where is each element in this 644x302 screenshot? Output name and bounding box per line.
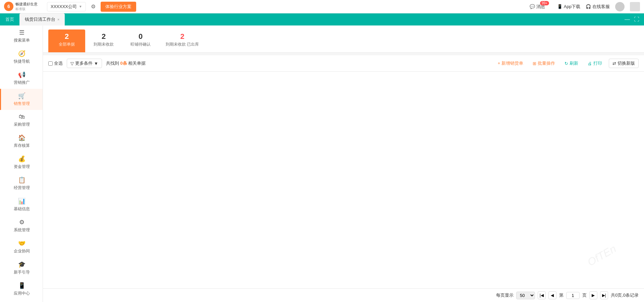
main-layout: ☰ 搜索菜单 🧭 快捷导航 📢 营销推广 🛒 销售管理 🛍 采购管理 🏠 库存核… <box>0 25 644 302</box>
sidebar-item-label: 系统管理 <box>14 227 30 233</box>
logo-sub: 标准版 <box>15 7 38 11</box>
sidebar-item-guide[interactable]: 🎓 新手引导 <box>0 257 43 279</box>
filter-icon: ▽ <box>70 61 74 66</box>
stat-tab-shipped[interactable]: 2 到期未收款 已出库 <box>159 29 206 52</box>
toolbar: 全选 ▽ 更多条件 ▼ 共找到 0条 相关单据 + 新增销货单 ⊞ 批量操作 ↻ <box>43 55 644 72</box>
total-label: 共0页,0条记录 <box>611 292 639 298</box>
stat-tab-overdue[interactable]: 2 到期未收款 <box>85 29 122 52</box>
top-bar: 6 畅捷通好生意 标准版 XXXXXX公司 ▼ ⚙ 体验行业方案 💬 消息 99… <box>0 0 644 13</box>
sidebar: ☰ 搜索菜单 🧭 快捷导航 📢 营销推广 🛒 销售管理 🛍 采购管理 🏠 库存核… <box>0 25 43 302</box>
quicknav-icon: 🧭 <box>18 50 25 57</box>
app-download-item[interactable]: 📱 App下载 <box>557 4 580 10</box>
sidebar-item-label: 采购管理 <box>14 122 30 127</box>
pagination-bar: 每页显示 50 100 200 |◀ ◀ 第 页 ▶ ▶| 共0页,0条记录 <box>43 288 644 302</box>
sidebar-item-quicknav[interactable]: 🧭 快捷导航 <box>0 47 43 68</box>
sidebar-item-operations[interactable]: 📋 经营管理 <box>0 173 43 194</box>
online-service-label: 在线客服 <box>592 4 610 10</box>
sidebar-item-appcenter[interactable]: 📱 应用中心 <box>0 279 43 300</box>
window-minimize-button[interactable]: — <box>623 15 632 24</box>
next-page-button[interactable]: ▶ <box>589 291 597 299</box>
sidebar-item-label: 企业协同 <box>14 248 30 254</box>
sidebar-item-purchase[interactable]: 🛍 采购管理 <box>0 110 43 131</box>
sidebar-item-finance[interactable]: 💰 资金管理 <box>0 152 43 173</box>
filter-label: 更多条件 <box>75 60 93 66</box>
logo-icon: 6 <box>4 2 13 11</box>
stat-all-label: 全部单据 <box>55 42 78 47</box>
message-item[interactable]: 💬 消息 99+ <box>530 4 545 10</box>
tab-close-icon[interactable]: × <box>57 17 59 21</box>
avatar[interactable] <box>615 2 625 11</box>
basicinfo-icon: 📊 <box>18 197 25 205</box>
sidebar-item-system[interactable]: ⚙ 系统管理 <box>0 215 43 236</box>
refresh-icon: ↻ <box>565 61 568 66</box>
headset-icon: 🎧 <box>586 4 591 9</box>
sidebar-item-basicinfo[interactable]: 📊 基础信息 <box>0 194 43 215</box>
sidebar-item-label: 基础信息 <box>14 206 30 212</box>
filter-button[interactable]: ▽ 更多条件 ▼ <box>67 59 102 68</box>
sidebar-item-label: 新手引导 <box>14 269 30 275</box>
stat-shipped-number: 2 <box>166 32 199 41</box>
enterprise-icon: 🤝 <box>18 240 25 247</box>
app-download-icon: 📱 <box>557 4 562 9</box>
tab-home[interactable]: 首页 <box>0 13 19 25</box>
select-all-label: 全选 <box>54 60 63 66</box>
prev-page-button[interactable]: ◀ <box>548 291 556 299</box>
message-icon: 💬 <box>530 4 535 9</box>
trial-button[interactable]: 体验行业方案 <box>101 2 136 12</box>
sidebar-item-wechat[interactable]: 💬 企业微信 <box>0 300 43 302</box>
stat-wangpu-label: 旺铺待确认 <box>129 42 152 47</box>
refresh-button[interactable]: ↻ 刷新 <box>562 59 581 68</box>
sidebar-item-enterprise[interactable]: 🤝 企业协同 <box>0 236 43 257</box>
sidebar-item-search[interactable]: ☰ 搜索菜单 <box>0 25 43 47</box>
search-menu-icon: ☰ <box>19 29 24 36</box>
top-right-area: 💬 消息 99+ 📱 App下载 🎧 在线客服 <box>530 2 640 11</box>
logo-text: 畅捷通好生意 <box>15 2 38 6</box>
appcenter-icon: 📱 <box>18 282 25 289</box>
company-select[interactable]: XXXXXX公司 ▼ <box>47 2 86 11</box>
sidebar-item-marketing[interactable]: 📢 营销推广 <box>0 68 43 89</box>
app-download-label: App下载 <box>564 4 580 10</box>
stat-tab-wangpu[interactable]: 0 旺铺待确认 <box>122 29 159 52</box>
last-page-button[interactable]: ▶| <box>600 291 608 299</box>
found-text: 共找到 0条 相关单据 <box>106 60 146 66</box>
stat-tab-all[interactable]: 2 全部单据 <box>48 29 85 52</box>
first-page-button[interactable]: |◀ <box>538 291 546 299</box>
company-name: XXXXXX公司 <box>51 4 77 10</box>
add-sale-button[interactable]: + 新增销货单 <box>495 59 526 68</box>
batch-operation-button[interactable]: ⊞ 批量操作 <box>530 59 558 68</box>
tab-bar-actions: — ⛶ <box>623 15 644 24</box>
stat-overdue-number: 2 <box>92 32 115 41</box>
per-page-label: 每页显示 <box>496 292 514 298</box>
stat-wangpu-number: 0 <box>129 32 152 41</box>
settings-icon[interactable]: ⚙ <box>89 2 98 11</box>
user-menu[interactable] <box>630 2 640 11</box>
page-suffix-label: 页 <box>582 292 587 298</box>
inventory-icon: 🏠 <box>18 134 25 141</box>
stat-shipped-label: 到期未收款 已出库 <box>166 42 199 47</box>
tab-workbench[interactable]: 钱货日清工作台 × <box>19 13 65 25</box>
sidebar-item-label: 应用中心 <box>14 291 30 296</box>
print-icon: 🖨 <box>588 61 592 66</box>
tab-bar: 首页 钱货日清工作台 × — ⛶ <box>0 13 644 25</box>
sidebar-item-inventory[interactable]: 🏠 库存核算 <box>0 131 43 152</box>
page-prefix-label: 第 <box>559 292 564 298</box>
select-all-checkbox[interactable]: 全选 <box>48 60 63 66</box>
sidebar-item-label: 搜索菜单 <box>14 38 30 43</box>
page-number-input[interactable] <box>566 292 580 299</box>
online-service-item[interactable]: 🎧 在线客服 <box>586 4 610 10</box>
sidebar-item-sales[interactable]: 🛒 销售管理 <box>0 89 43 110</box>
sidebar-item-label: 库存核算 <box>14 143 30 148</box>
sidebar-item-label: 经营管理 <box>14 185 30 191</box>
content-area: 2 全部单据 2 到期未收款 0 旺铺待确认 2 到期未收款 已出库 全选 <box>43 25 644 302</box>
switch-version-button[interactable]: ⇄ 切换新版 <box>609 59 639 68</box>
window-maximize-button[interactable]: ⛶ <box>632 15 641 24</box>
toolbar-right: + 新增销货单 ⊞ 批量操作 ↻ 刷新 🖨 打印 ⇄ 切换新版 <box>495 59 639 68</box>
sidebar-item-label: 快捷导航 <box>14 59 30 64</box>
table-area <box>43 72 644 288</box>
operations-icon: 📋 <box>18 176 25 184</box>
per-page-select[interactable]: 50 100 200 <box>516 292 535 299</box>
system-icon: ⚙ <box>19 219 24 226</box>
select-all-input[interactable] <box>48 61 53 66</box>
print-button[interactable]: 🖨 打印 <box>585 59 605 68</box>
logo-area: 6 畅捷通好生意 标准版 <box>4 2 47 11</box>
